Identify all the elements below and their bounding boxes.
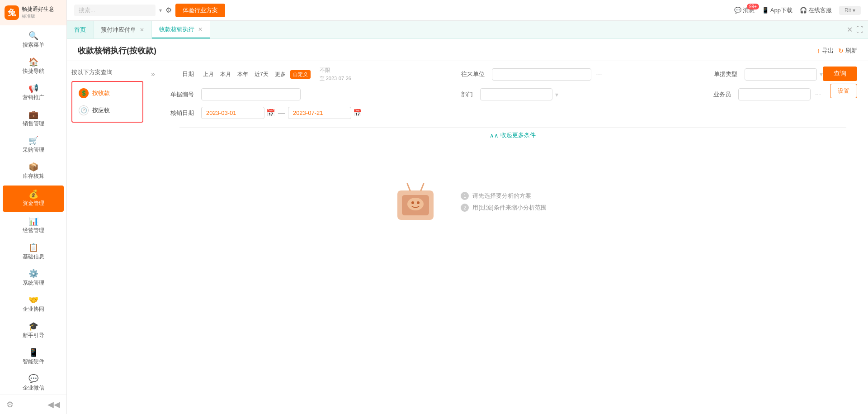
window-controls: ✕ ⛶ (842, 21, 868, 38)
export-button[interactable]: ↑ 导出 (817, 47, 834, 55)
doc-type-select[interactable] (745, 68, 817, 81)
receivable-option-icon: 🕐 (79, 105, 89, 115)
receipt-option-label: 按收款 (92, 89, 110, 97)
filter-by-receipt[interactable]: 💲 按收款 (74, 85, 141, 102)
staff-more-icon[interactable]: ··· (813, 90, 823, 99)
page-actions: ↑ 导出 ↻ 刷新 (817, 47, 857, 55)
query-actions-col: 查询 设置 (823, 67, 857, 125)
sidebar-item-marketing[interactable]: 📢 营销推广 (0, 80, 66, 106)
tab-receivables[interactable]: 收款核销执行 ✕ (152, 21, 210, 38)
header-dropdown-icon[interactable]: ▾ (159, 7, 162, 14)
sidebar-item-system[interactable]: ⚙️ 系统管理 (0, 265, 66, 291)
chevron-up-icon: ∧∧ (490, 132, 499, 139)
sidebar-item-quick-nav[interactable]: 🏠 快捷导航 (0, 53, 66, 80)
sidebar-item-label: 新手引导 (23, 332, 44, 339)
settings-bottom-icon[interactable]: ⚙ (6, 400, 14, 409)
dept-label: 部门 (448, 90, 473, 99)
sidebar-item-label: 企业微信 (23, 384, 44, 392)
prepay-tab-close[interactable]: ✕ (140, 27, 144, 33)
system-icon: ⚙️ (28, 270, 38, 278)
message-icon: 💬 (734, 7, 741, 14)
user-menu[interactable]: Rit ▾ (839, 6, 861, 15)
verify-end-calendar-icon[interactable]: 📅 (353, 109, 362, 117)
tab-prepay[interactable]: 预付冲应付单 ✕ (94, 21, 152, 38)
empty-hints: 1 请先选择要分析的方案 2 用[过滤]条件来缩小分析范围 (461, 192, 546, 212)
wechat-icon: 💬 (28, 375, 38, 383)
sidebar-item-wechat[interactable]: 💬 企业微信 (0, 370, 66, 395)
sidebar: 兔 畅捷通好生意 标准版 🔍 搜索菜单 🏠 快捷导航 📢 营销推广 💼 销售管理… (0, 0, 67, 414)
partner-label: 往来单位 (459, 70, 485, 78)
sidebar-item-sales[interactable]: 💼 销售管理 (0, 106, 66, 132)
sidebar-item-purchase[interactable]: 🛒 采购管理 (0, 132, 66, 158)
doc-type-chevron: ▾ (820, 71, 823, 78)
sidebar-item-hardware[interactable]: 📱 智能硬件 (0, 344, 66, 370)
date-custom[interactable]: 自定义 (290, 70, 311, 79)
verify-start-wrap: 📅 (201, 107, 275, 119)
dept-select[interactable] (480, 88, 552, 100)
date-this-year[interactable]: 本年 (236, 70, 250, 79)
date-this-month[interactable]: 本月 (218, 70, 233, 79)
inventory-icon: 📦 (28, 163, 38, 171)
partner-input[interactable] (492, 68, 591, 81)
verify-date-start[interactable] (201, 107, 264, 119)
doc-no-input[interactable] (201, 88, 301, 100)
headset-icon: 🎧 (800, 7, 807, 14)
header-gear-icon[interactable]: ⚙ (165, 6, 172, 14)
date-label: 日期 (169, 70, 194, 78)
collapse-sidebar-icon[interactable]: ◀◀ (47, 400, 60, 409)
query-button[interactable]: 查询 (823, 67, 857, 81)
sidebar-item-label: 采购管理 (23, 146, 44, 154)
sidebar-item-cooperation[interactable]: 🤝 企业协同 (0, 291, 66, 318)
receivables-tab-label: 收款核销执行 (159, 25, 194, 33)
staff-input[interactable] (738, 88, 811, 100)
sidebar-item-guide[interactable]: 🎓 新手引导 (0, 318, 66, 344)
sidebar-item-basic-info[interactable]: 📋 基础信息 (0, 239, 66, 265)
refresh-button[interactable]: ↻ 刷新 (838, 47, 857, 55)
message-badge: 99+ (747, 4, 759, 10)
verify-start-calendar-icon[interactable]: 📅 (266, 109, 275, 117)
date-last-month[interactable]: 上月 (201, 70, 216, 79)
service-button[interactable]: 🎧 在线客服 (800, 6, 832, 14)
sidebar-item-search-menu[interactable]: 🔍 搜索菜单 (0, 27, 66, 53)
logo-text-area: 畅捷通好生意 标准版 (22, 6, 54, 19)
sidebar-item-label: 基础信息 (23, 253, 44, 261)
query-row-1: 日期 上月 本月 本年 近7天 更多 自定义 不限 至 (169, 67, 823, 82)
verify-date-end[interactable] (288, 107, 351, 119)
sidebar-item-label: 经营管理 (23, 227, 44, 234)
app-name: 畅捷通好生意 (22, 6, 54, 13)
sidebar-item-management[interactable]: 📊 经营管理 (0, 213, 66, 239)
verify-date-label: 核销日期 (169, 109, 194, 117)
doc-type-label: 单据类型 (712, 70, 737, 78)
solution-button[interactable]: 体验行业方案 (175, 4, 225, 17)
verify-end-wrap: 📅 (288, 107, 362, 119)
close-window-icon[interactable]: ✕ (847, 25, 853, 34)
collapse-panel-icon[interactable]: » (148, 70, 158, 78)
date-more[interactable]: 更多 (273, 70, 288, 79)
message-button[interactable]: 💬 消息 99+ (734, 6, 755, 14)
page-title: 收款核销执行(按收款) (78, 45, 156, 56)
sidebar-item-label: 搜索菜单 (23, 41, 44, 49)
query-row-2: 单据编号 部门 ▾ (169, 88, 823, 100)
search-menu-icon: 🔍 (28, 32, 38, 40)
sidebar-item-finance[interactable]: 💰 资金管理 (3, 186, 64, 212)
filter-by-receivable[interactable]: 🕐 按应收 (74, 102, 141, 119)
app-download-button[interactable]: 📱 App下载 (762, 6, 793, 14)
partner-more-icon[interactable]: ··· (594, 70, 604, 78)
guide-icon: 🎓 (28, 322, 38, 330)
sidebar-item-inventory[interactable]: 📦 库存核算 (0, 158, 66, 185)
receivables-tab-close[interactable]: ✕ (198, 26, 203, 33)
date-7days[interactable]: 近7天 (253, 70, 270, 79)
empty-hint-1: 1 请先选择要分析的方案 (461, 192, 546, 200)
date-separator: — (278, 109, 285, 117)
maximize-window-icon[interactable]: ⛶ (856, 26, 863, 34)
collapse-more-conditions[interactable]: ∧∧ 收起更多条件 (179, 127, 846, 143)
svg-line-6 (421, 184, 424, 190)
date-note: 至 2023-07-26 (320, 75, 351, 82)
tab-home[interactable]: 首页 (67, 21, 94, 38)
setting-button[interactable]: 设置 (830, 84, 857, 98)
refresh-label: 刷新 (845, 47, 857, 55)
staff-label: 业务员 (706, 90, 731, 99)
phone-icon: 📱 (762, 7, 769, 14)
svg-point-2 (407, 198, 424, 210)
empty-state: 1 请先选择要分析的方案 2 用[过滤]条件来缩小分析范围 (67, 143, 868, 261)
